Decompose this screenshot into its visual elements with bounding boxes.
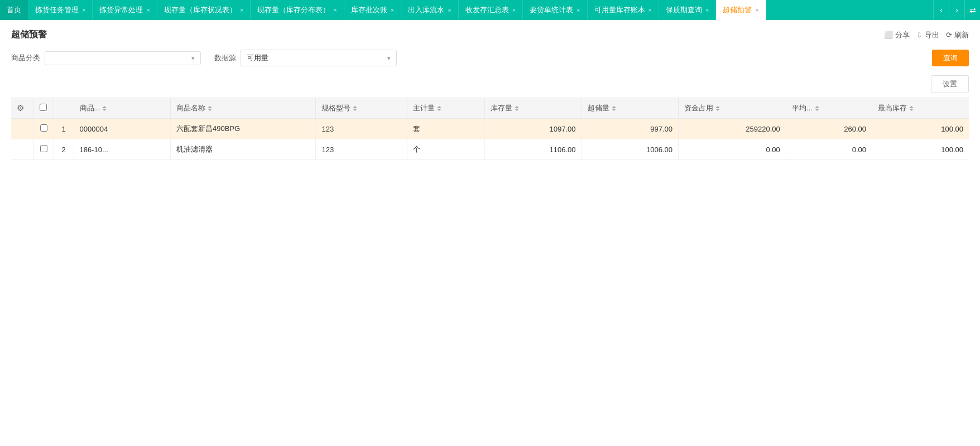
row-settings-cell: [11, 119, 33, 139]
row-checkbox[interactable]: [40, 145, 47, 152]
row-maxstock-cell: 100.00: [872, 139, 969, 160]
settings-gear-icon[interactable]: ⚙: [17, 103, 24, 113]
sort-icon-maxstock: [909, 106, 914, 111]
nav-next-arrow[interactable]: ›: [949, 0, 964, 20]
table-body: 1 0000004 六配套新昌490BPG 123 套 1097.00 997.…: [11, 119, 969, 160]
page-header: 超储预警 ⬜ 分享 ⇩ 导出 ⟳ 刷新: [11, 29, 969, 41]
nav-close-inout-flow[interactable]: ×: [448, 7, 451, 13]
col-header-stock[interactable]: 库存量: [485, 98, 582, 119]
nav-close-recv-send[interactable]: ×: [512, 7, 516, 13]
category-select[interactable]: ▾: [45, 51, 201, 65]
category-filter: 商品分类 ▾: [11, 51, 201, 65]
nav-pick-task[interactable]: 拣货任务管理 ×: [28, 0, 93, 20]
data-table: ⚙ 商品... 商品名称: [11, 98, 969, 160]
select-all-checkbox[interactable]: [40, 104, 47, 111]
row-unit-cell: 个: [407, 139, 485, 160]
row-code-cell: 0000004: [74, 119, 170, 139]
row-avg-cell: 260.00: [786, 119, 872, 139]
col-header-capital[interactable]: 资金占用: [679, 98, 786, 119]
nav-close-pick-task[interactable]: ×: [82, 7, 85, 13]
row-over-cell: 1006.00: [582, 139, 678, 160]
page-title: 超储预警: [11, 29, 47, 41]
nav-batch-account[interactable]: 库存批次账 ×: [344, 0, 401, 20]
row-num-cell: 2: [54, 139, 74, 160]
row-capital-cell: 0.00: [679, 139, 786, 160]
row-code-cell: 186-10...: [74, 139, 170, 160]
sort-icon-name: [208, 106, 212, 111]
top-navigation: 首页 拣货任务管理 × 拣货异常处理 × 现存量（库存状况表） × 现存量（库存…: [0, 0, 980, 20]
nav-arrows: ‹ › ⇄: [933, 0, 980, 20]
row-spec-cell: 123: [316, 139, 407, 160]
col-header-maxstock[interactable]: 最高库存: [872, 98, 969, 119]
chevron-down-icon2: ▾: [387, 55, 391, 62]
refresh-icon: ⟳: [946, 31, 952, 39]
row-checkbox-cell[interactable]: [33, 119, 54, 139]
share-link[interactable]: ⬜ 分享: [884, 30, 910, 40]
row-unit-cell: 套: [407, 119, 485, 139]
nav-stock-dist[interactable]: 现存量（库存分布表） ×: [251, 0, 344, 20]
row-spec-cell: 123: [316, 119, 407, 139]
datasource-select[interactable]: 可用量 ▾: [241, 50, 397, 66]
chevron-down-icon: ▾: [191, 55, 195, 62]
nav-pick-exception[interactable]: 拣货异常处理 ×: [93, 0, 157, 20]
nav-close-overstock-warning[interactable]: ×: [755, 7, 758, 13]
row-settings-cell: [11, 139, 33, 160]
row-checkbox-cell[interactable]: [33, 139, 54, 160]
share-icon: ⬜: [884, 31, 893, 39]
row-maxstock-cell: 100.00: [872, 119, 969, 139]
col-header-unit[interactable]: 主计量: [407, 98, 485, 119]
nav-close-pick-exception[interactable]: ×: [146, 7, 150, 13]
nav-close-req-stats[interactable]: ×: [577, 7, 580, 13]
col-header-code[interactable]: 商品...: [74, 98, 170, 119]
table-row: 1 0000004 六配套新昌490BPG 123 套 1097.00 997.…: [11, 119, 969, 139]
nav-home[interactable]: 首页: [0, 0, 28, 20]
nav-stock-status[interactable]: 现存量（库存状况表） ×: [157, 0, 251, 20]
nav-expiry-query[interactable]: 保质期查询 ×: [659, 0, 716, 20]
sort-icon-stock: [515, 106, 519, 111]
row-num-cell: 1: [54, 119, 74, 139]
col-header-avg[interactable]: 平均...: [786, 98, 872, 119]
row-stock-cell: 1097.00: [485, 119, 582, 139]
nav-overstock-warning[interactable]: 超储预警 ×: [716, 0, 766, 20]
export-link[interactable]: ⇩ 导出: [916, 30, 939, 40]
page-content: 超储预警 ⬜ 分享 ⇩ 导出 ⟳ 刷新 商品分类 ▾ 数据源: [0, 20, 980, 446]
table-row: 2 186-10... 机油滤清器 123 个 1106.00 1006.00 …: [11, 139, 969, 160]
col-header-settings[interactable]: ⚙: [11, 98, 33, 119]
col-header-spec[interactable]: 规格型号: [316, 98, 407, 119]
settings-button[interactable]: 设置: [931, 75, 969, 93]
row-checkbox[interactable]: [40, 124, 47, 132]
filter-actions: 查询: [932, 50, 969, 66]
sort-icon-code: [102, 106, 107, 111]
nav-available-ledger[interactable]: 可用量库存账本 ×: [588, 0, 659, 20]
sort-icon-over: [612, 106, 616, 111]
row-avg-cell: 0.00: [786, 139, 872, 160]
nav-close-stock-status[interactable]: ×: [240, 7, 243, 13]
nav-req-stats[interactable]: 要货单统计表 ×: [523, 0, 587, 20]
nav-expand-arrow[interactable]: ⇄: [964, 0, 980, 20]
col-header-over[interactable]: 超储量: [582, 98, 678, 119]
sort-icon-avg: [815, 106, 819, 111]
nav-prev-arrow[interactable]: ‹: [933, 0, 949, 20]
datasource-label: 数据源: [214, 53, 236, 63]
row-stock-cell: 1106.00: [485, 139, 582, 160]
nav-close-stock-dist[interactable]: ×: [333, 7, 337, 13]
filter-row: 商品分类 ▾ 数据源 可用量 ▾ 查询: [11, 50, 969, 66]
col-header-checkbox[interactable]: [33, 98, 54, 119]
table-header: ⚙ 商品... 商品名称: [11, 98, 969, 119]
col-header-name[interactable]: 商品名称: [170, 98, 316, 119]
sort-icon-capital: [715, 106, 720, 111]
sort-icon-unit: [437, 106, 441, 111]
nav-close-expiry-query[interactable]: ×: [705, 7, 709, 13]
export-icon: ⇩: [916, 31, 923, 39]
datasource-select-value: 可用量: [247, 53, 268, 63]
query-button[interactable]: 查询: [932, 50, 969, 66]
refresh-link[interactable]: ⟳ 刷新: [946, 30, 969, 40]
nav-close-batch-account[interactable]: ×: [391, 7, 394, 13]
header-actions: ⬜ 分享 ⇩ 导出 ⟳ 刷新: [884, 30, 969, 40]
nav-close-available-ledger[interactable]: ×: [648, 7, 652, 13]
nav-inout-flow[interactable]: 出入库流水 ×: [401, 0, 458, 20]
nav-recv-send[interactable]: 收发存汇总表 ×: [459, 0, 523, 20]
category-label: 商品分类: [11, 53, 40, 63]
datasource-filter: 数据源 可用量 ▾: [214, 50, 397, 66]
row-name-cell: 六配套新昌490BPG: [170, 119, 316, 139]
